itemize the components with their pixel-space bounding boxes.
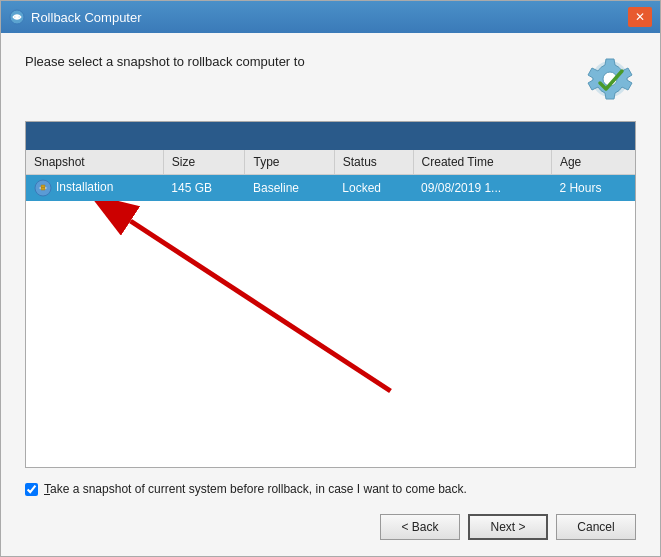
snapshot-table-container: Snapshot Size Type Status Created Time A… [25, 121, 636, 468]
arrow-svg [26, 201, 635, 401]
next-button[interactable]: Next > [468, 514, 548, 540]
cell-created_time: 09/08/2019 1... [413, 175, 551, 202]
cell-status: Locked [334, 175, 413, 202]
title-bar: Rollback Computer ✕ [1, 1, 660, 33]
snapshot-icon [34, 179, 52, 197]
col-status: Status [334, 150, 413, 175]
col-created-time: Created Time [413, 150, 551, 175]
cell-size: 145 GB [163, 175, 245, 202]
cancel-button[interactable]: Cancel [556, 514, 636, 540]
svg-point-1 [15, 15, 19, 19]
table-row[interactable]: Installation145 GBBaselineLocked09/08/20… [26, 175, 635, 202]
col-size: Size [163, 150, 245, 175]
snapshot-table: Snapshot Size Type Status Created Time A… [26, 150, 635, 201]
snapshot-checkbox[interactable] [25, 483, 38, 496]
window-title: Rollback Computer [31, 10, 628, 25]
checkbox-row: Take a snapshot of current system before… [25, 482, 636, 496]
cell-age: 2 Hours [551, 175, 635, 202]
header-row: Please select a snapshot to rollback com… [25, 53, 636, 105]
instruction-text: Please select a snapshot to rollback com… [25, 53, 305, 71]
back-button[interactable]: < Back [380, 514, 460, 540]
col-age: Age [551, 150, 635, 175]
rollback-computer-window: Rollback Computer ✕ Please select a snap… [0, 0, 661, 557]
gear-icon [584, 53, 636, 105]
table-header-bar [26, 122, 635, 150]
snapshot-checkbox-label[interactable]: Take a snapshot of current system before… [44, 482, 467, 496]
col-snapshot: Snapshot [26, 150, 163, 175]
window-icon [9, 9, 25, 25]
close-button[interactable]: ✕ [628, 7, 652, 27]
table-header-row: Snapshot Size Type Status Created Time A… [26, 150, 635, 175]
svg-line-7 [131, 221, 391, 391]
dialog-content: Please select a snapshot to rollback com… [1, 33, 660, 556]
cell-snapshot: Installation [26, 175, 163, 202]
cell-type: Baseline [245, 175, 334, 202]
col-type: Type [245, 150, 334, 175]
footer-buttons: < Back Next > Cancel [25, 510, 636, 540]
